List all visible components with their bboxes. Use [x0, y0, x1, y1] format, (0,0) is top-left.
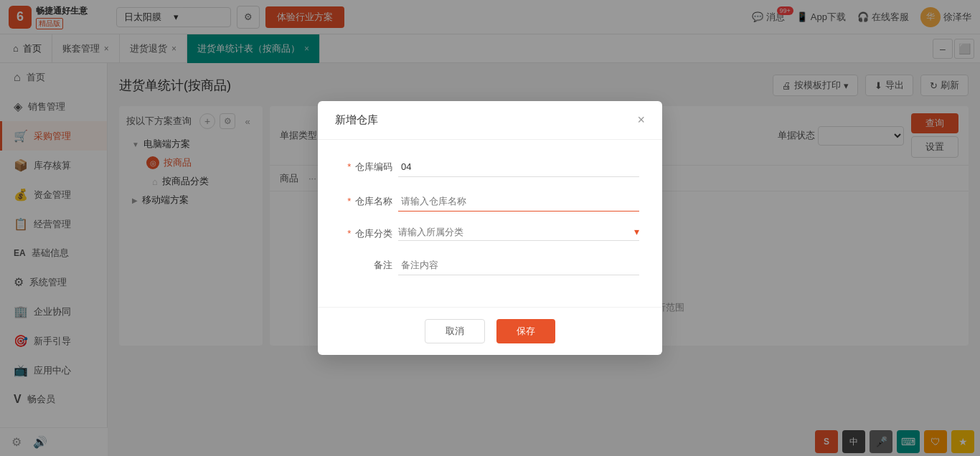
name-label: * 仓库名称: [341, 195, 398, 208]
warehouse-name-input[interactable]: [398, 191, 639, 212]
required-star-cat: *: [347, 228, 351, 239]
modal-overlay[interactable]: 新增仓库 × * 仓库编码 * 仓库名称: [0, 0, 980, 456]
required-star: *: [347, 161, 351, 172]
modal-footer: 取消 保存: [318, 307, 662, 355]
category-label: * 仓库分类: [341, 227, 398, 240]
required-star-name: *: [347, 196, 351, 206]
modal-body: * 仓库编码 * 仓库名称 * 仓库分类: [318, 140, 662, 307]
code-label: * 仓库编码: [341, 161, 398, 174]
category-select-row: ▾: [398, 226, 639, 241]
category-dropdown-icon[interactable]: ▾: [634, 226, 639, 237]
form-row-category: * 仓库分类 ▾: [341, 226, 639, 241]
cancel-button[interactable]: 取消: [425, 319, 485, 343]
form-row-name: * 仓库名称: [341, 191, 639, 212]
form-row-note: 备注: [341, 255, 639, 275]
warehouse-code-input[interactable]: [398, 157, 639, 177]
form-row-code: * 仓库编码: [341, 157, 639, 177]
modal-close-button[interactable]: ×: [637, 113, 645, 128]
category-input[interactable]: [398, 227, 634, 237]
note-input[interactable]: [398, 255, 639, 275]
modal-header: 新增仓库 ×: [318, 101, 662, 140]
note-label: 备注: [341, 259, 398, 272]
modal-title: 新增仓库: [335, 113, 378, 127]
save-button[interactable]: 保存: [496, 319, 555, 343]
modal-new-warehouse: 新增仓库 × * 仓库编码 * 仓库名称: [318, 101, 662, 355]
